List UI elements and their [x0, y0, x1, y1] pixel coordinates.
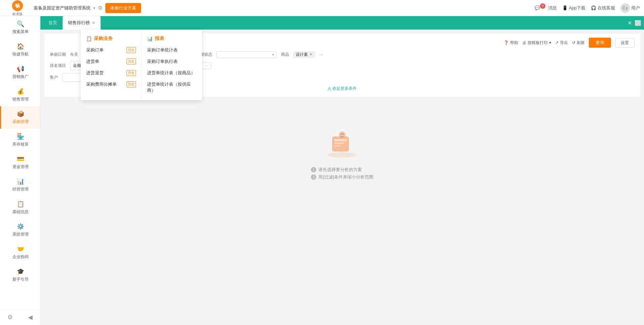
status-select-arrow-icon: ▾: [272, 53, 274, 56]
date-label: 单据日期: [50, 52, 66, 57]
sidebar-item-operation[interactable]: 📊 经营管理: [0, 174, 40, 196]
help-icon: ❓: [504, 40, 509, 45]
tab-close-icon[interactable]: ✕: [92, 21, 95, 25]
collapse-label: 收起更多条件: [332, 86, 357, 91]
close-window-icon[interactable]: ✕: [628, 20, 632, 26]
gear-icon[interactable]: ⚙: [98, 5, 103, 11]
trial-button[interactable]: 体验行业方案: [105, 3, 141, 13]
print-icon: 🖨: [522, 40, 526, 45]
report-col: 📊 报表 采购订单统计表 采购订单执行表 进货单统计表（按商品） 进货单统计表（…: [142, 30, 202, 100]
salesman-select-arrow-icon: ···: [206, 64, 208, 68]
purchase-dropdown-menu: 📋 采购业务 采购订单 历史 进货单 历史 进货退货: [81, 30, 202, 100]
user-button[interactable]: Ea 用户: [620, 3, 640, 13]
svg-point-2: [327, 152, 357, 158]
sidebar-item-quick-nav[interactable]: 🏠 快捷导航: [0, 39, 40, 61]
dropdown-arrow-icon[interactable]: ▾: [93, 6, 95, 10]
sidebar-item-search[interactable]: 🔍 搜索菜单: [0, 16, 40, 39]
tab-home[interactable]: 首页: [43, 16, 63, 30]
dropdown-item-purchase-order[interactable]: 采购订单 历史: [81, 44, 141, 56]
sidebar-item-finance[interactable]: 💳 资金管理: [0, 151, 40, 174]
content-area: 首页 销售排行榜 ✕ ✕ ⬜ ❓ 帮助 🖨: [40, 16, 644, 325]
dropdown-item-goods-in-stat-supplier[interactable]: 进货单统计表（按供应商）: [142, 79, 202, 96]
query-button[interactable]: 查询: [589, 38, 611, 48]
headset-icon: 🎧: [591, 5, 596, 10]
message-button[interactable]: 💬 9 消息: [535, 5, 557, 11]
dropdown-item-goods-in-stat-goods[interactable]: 进货单统计表（按商品）: [142, 67, 202, 79]
svg-text:畅: 畅: [15, 3, 20, 8]
service-label: 在线客服: [598, 5, 615, 11]
system-icon: ⚙️: [17, 223, 24, 230]
history-tag-2: 历史: [127, 58, 136, 65]
goods-more-dots[interactable]: ···: [319, 52, 323, 57]
user-label: 用户: [631, 5, 640, 11]
sidebar-item-label: 资金管理: [12, 164, 29, 170]
purchase-icon: 📦: [17, 110, 24, 118]
basic-icon: 📋: [17, 200, 24, 208]
tab-sales-rank-label: 销售排行榜: [68, 20, 90, 26]
setting-button[interactable]: 设置: [615, 38, 635, 48]
export-button[interactable]: ↗ 导出: [555, 40, 568, 46]
main-layout: 🔍 搜索菜单 🏠 快捷导航 📢 营销推广 💰 销售管理 📦 采购管理 🏪 库存核…: [0, 16, 644, 325]
message-label: 消息: [548, 5, 557, 11]
sidebar-item-basic[interactable]: 📋 基础信息: [0, 196, 40, 219]
sales-icon: 💰: [17, 88, 24, 95]
svg-rect-6: [334, 145, 341, 147]
print-button[interactable]: 🖨 按模板打印 ▾: [522, 40, 551, 46]
operation-icon: 📊: [17, 178, 24, 185]
sidebar-item-purchase[interactable]: 📦 采购管理: [0, 106, 40, 129]
sidebar-item-label: 库存核算: [12, 141, 29, 147]
refresh-button[interactable]: ↺ 刷新: [572, 40, 585, 46]
empty-illustration: [322, 126, 362, 160]
export-icon: ↗: [555, 40, 559, 45]
sidebar-item-label: 系统管理: [12, 232, 29, 237]
goods-tag-close-icon[interactable]: ✕: [309, 52, 313, 57]
dropdown-item-purchase-expense[interactable]: 采购费用分摊单 历史: [81, 79, 141, 90]
hint-num-2: 2: [311, 174, 316, 180]
empty-text: 1 请先选择要分析的方案 2 用[过滤]条件来缩小分析范围: [311, 165, 373, 181]
rank-label: 排名项目: [50, 63, 66, 69]
tabbar-right: ✕ ⬜: [628, 20, 641, 26]
search-icon: 🔍: [17, 20, 24, 28]
sidebar-item-guide[interactable]: 🎓 新手引导: [0, 264, 40, 286]
help-button[interactable]: ❓ 帮助: [504, 40, 518, 46]
sidebar-item-label: 经营管理: [12, 187, 29, 192]
sidebar-item-label: 搜索菜单: [12, 29, 29, 35]
empty-state: 1 请先选择要分析的方案 2 用[过滤]条件来缩小分析范围: [44, 99, 640, 208]
system-name: 装备及固定资产辅助管理系统: [34, 5, 91, 11]
home-icon: 🏠: [17, 43, 24, 50]
sidebar-item-enterprise[interactable]: 🤝 企业协同: [0, 241, 40, 264]
sidebar-bottom: ⚙ ◀: [0, 309, 40, 325]
service-button[interactable]: 🎧 在线客服: [591, 5, 615, 11]
dropdown-item-goods-return[interactable]: 进货退货 历史: [81, 67, 141, 79]
sidebar-item-marketing[interactable]: 📢 营销推广: [0, 61, 40, 84]
history-tag: 历史: [127, 47, 136, 53]
sidebar-item-label: 快捷导航: [12, 51, 29, 57]
sidebar-item-label: 采购管理: [12, 119, 29, 125]
sidebar-item-system[interactable]: ⚙️ 系统管理: [0, 219, 40, 241]
sidebar-item-label: 基础信息: [12, 209, 29, 215]
logo-icon: 畅: [11, 0, 24, 12]
date-shortcut-today[interactable]: 今天: [70, 52, 78, 57]
tab-sales-rank[interactable]: 销售排行榜 ✕: [63, 16, 101, 30]
refresh-icon: ↺: [572, 40, 575, 45]
svg-rect-4: [334, 139, 347, 141]
sidebar-item-inventory[interactable]: 🏪 库存核算: [0, 129, 40, 151]
status-select[interactable]: ▾: [216, 51, 277, 58]
purchase-col-header: 📋 采购业务: [81, 34, 141, 44]
topbar-right: 💬 9 消息 📱 App下载 🎧 在线客服 Ea 用户: [535, 3, 640, 13]
print-label: 按模板打印: [528, 40, 548, 46]
dropdown-item-purchase-order-stat[interactable]: 采购订单统计表: [142, 44, 202, 56]
dropdown-item-goods-in[interactable]: 进货单 历史: [81, 56, 141, 67]
app-download-button[interactable]: 📱 App下载: [562, 5, 585, 11]
refresh-label: 刷新: [577, 40, 585, 46]
collapse-sidebar-icon[interactable]: ◀: [28, 314, 33, 321]
purchase-col: 📋 采购业务 采购订单 历史 进货单 历史 进货退货: [81, 30, 142, 100]
restore-window-icon[interactable]: ⬜: [635, 20, 641, 26]
collapse-button[interactable]: ⋀ 收起更多条件: [328, 86, 357, 91]
enterprise-icon: 🤝: [17, 245, 24, 253]
settings-bottom-icon[interactable]: ⚙: [7, 314, 13, 321]
svg-rect-5: [334, 143, 344, 144]
logo: 畅 标准版: [4, 0, 31, 16]
dropdown-item-purchase-order-exec[interactable]: 采购订单执行表: [142, 56, 202, 67]
sidebar-item-sales[interactable]: 💰 销售管理: [0, 84, 40, 106]
